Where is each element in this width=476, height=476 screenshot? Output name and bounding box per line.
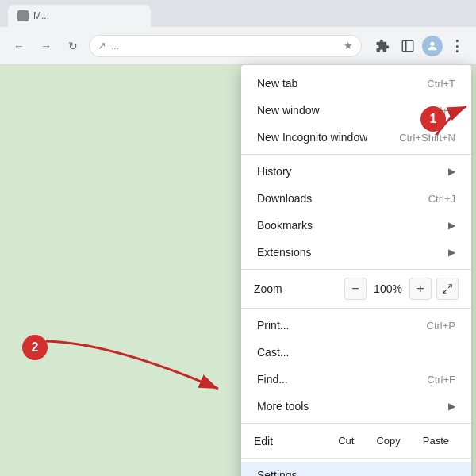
tab-bar: M... xyxy=(0,0,476,27)
zoom-label: Zoom xyxy=(254,282,344,295)
divider-5 xyxy=(241,458,471,459)
menu-item-settings[interactable]: Settings xyxy=(241,462,471,476)
print-shortcut: Ctrl+P xyxy=(427,320,455,332)
more-tools-label: More tools xyxy=(257,400,442,413)
step-badge-1: 1 xyxy=(420,106,446,132)
share-icon: ↗ xyxy=(98,40,106,52)
menu-dots-icon: ⋮ xyxy=(450,37,465,55)
address-box[interactable]: ↗ ... ★ xyxy=(89,35,362,57)
downloads-shortcut: Ctrl+J xyxy=(428,193,455,205)
zoom-fullscreen-button[interactable] xyxy=(436,278,459,300)
svg-line-4 xyxy=(443,290,447,293)
more-tools-arrow-icon: ▶ xyxy=(448,401,455,412)
menu-item-cast[interactable]: Cast... xyxy=(241,339,471,366)
chrome-menu-button[interactable]: ⋮ xyxy=(446,35,468,57)
svg-line-3 xyxy=(448,285,451,288)
bookmarks-arrow-icon: ▶ xyxy=(448,220,455,231)
new-incognito-shortcut: Ctrl+Shift+N xyxy=(399,132,455,144)
active-tab[interactable]: M... xyxy=(8,5,151,27)
refresh-button[interactable]: ↻ xyxy=(62,35,84,57)
zoom-minus-button[interactable]: − xyxy=(344,278,367,300)
zoom-plus-button[interactable]: + xyxy=(409,278,432,300)
page-content: New tab Ctrl+T New window Ctrl+N New Inc… xyxy=(0,65,476,476)
profile-button[interactable] xyxy=(422,36,443,56)
divider-4 xyxy=(241,423,471,424)
settings-label: Settings xyxy=(257,469,455,476)
address-text: ... xyxy=(111,40,339,52)
star-icon: ★ xyxy=(344,40,353,52)
bookmarks-label: Bookmarks xyxy=(257,219,442,232)
cut-button[interactable]: Cut xyxy=(328,432,363,450)
browser-chrome: ← → ↻ ↗ ... ★ xyxy=(0,27,476,65)
arrow-2 xyxy=(16,327,238,422)
divider-3 xyxy=(241,308,471,309)
history-arrow-icon: ▶ xyxy=(448,166,455,177)
new-incognito-label: New Incognito window xyxy=(257,131,399,144)
toolbar-icons: ⋮ xyxy=(371,35,468,57)
menu-item-new-tab[interactable]: New tab Ctrl+T xyxy=(241,70,471,97)
extensions-arrow-icon: ▶ xyxy=(448,247,455,258)
menu-item-downloads[interactable]: Downloads Ctrl+J xyxy=(241,185,471,212)
new-tab-shortcut: Ctrl+T xyxy=(427,78,455,90)
downloads-label: Downloads xyxy=(257,192,428,205)
edit-label: Edit xyxy=(254,435,328,447)
address-bar-row: ← → ↻ ↗ ... ★ xyxy=(8,35,468,57)
menu-item-bookmarks[interactable]: Bookmarks ▶ xyxy=(241,212,471,239)
back-button[interactable]: ← xyxy=(8,35,30,57)
sidebar-button[interactable] xyxy=(397,35,419,57)
menu-item-find[interactable]: Find... Ctrl+F xyxy=(241,366,471,393)
zoom-value: 100% xyxy=(371,282,405,295)
divider-2 xyxy=(241,269,471,270)
extensions-label: Extensions xyxy=(257,246,442,259)
divider-1 xyxy=(241,154,471,155)
menu-item-print[interactable]: Print... Ctrl+P xyxy=(241,312,471,339)
new-tab-label: New tab xyxy=(257,77,427,90)
forward-button[interactable]: → xyxy=(35,35,57,57)
svg-point-2 xyxy=(430,41,434,45)
edit-row: Edit Cut Copy Paste xyxy=(241,427,471,455)
zoom-row: Zoom − 100% + xyxy=(241,273,471,305)
extensions-button[interactable] xyxy=(371,35,393,57)
svg-rect-0 xyxy=(402,40,413,52)
find-shortcut: Ctrl+F xyxy=(427,374,455,386)
find-label: Find... xyxy=(257,373,427,386)
history-label: History xyxy=(257,165,442,178)
print-label: Print... xyxy=(257,319,427,332)
tab-title: M... xyxy=(33,10,141,21)
edit-actions: Cut Copy Paste xyxy=(328,432,459,450)
menu-item-history[interactable]: History ▶ xyxy=(241,158,471,185)
copy-button[interactable]: Copy xyxy=(367,432,409,450)
step-badge-2: 2 xyxy=(22,335,48,360)
zoom-controls: − 100% + xyxy=(344,278,459,300)
menu-item-more-tools[interactable]: More tools ▶ xyxy=(241,393,471,420)
paste-button[interactable]: Paste xyxy=(413,432,459,450)
menu-item-extensions[interactable]: Extensions ▶ xyxy=(241,239,471,266)
new-window-label: New window xyxy=(257,104,426,117)
cast-label: Cast... xyxy=(257,346,455,359)
tab-favicon xyxy=(17,10,29,21)
